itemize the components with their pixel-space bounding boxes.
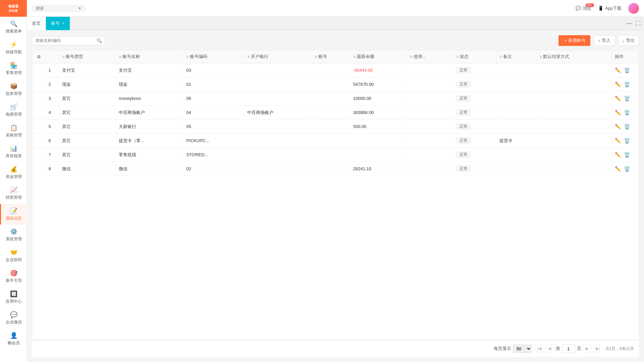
cell-bank bbox=[244, 77, 312, 92]
page-next-button[interactable]: ▶ bbox=[583, 344, 592, 353]
add-account-button[interactable]: + 新增账号 bbox=[558, 35, 590, 46]
sidebar-item-wechat[interactable]: 💬 企业微信 bbox=[0, 308, 27, 328]
tab-account[interactable]: 账号 ✕ bbox=[46, 17, 70, 30]
sidebar-item-appcenter[interactable]: 🔲 应用中心 bbox=[0, 287, 27, 308]
th-default-payment[interactable]: ⇅默认结算方式 bbox=[536, 50, 612, 63]
delete-button[interactable]: 🗑️ bbox=[624, 67, 630, 73]
th-name[interactable]: ⇅账号名称 bbox=[116, 50, 183, 63]
page-number-input[interactable] bbox=[562, 344, 575, 353]
cell-remark bbox=[497, 63, 537, 77]
edit-button[interactable]: ✏️ bbox=[615, 152, 621, 158]
sidebar-item-system-label: 系统管理 bbox=[6, 236, 22, 242]
cell-action: ✏️ 🗑️ bbox=[612, 63, 639, 77]
table-row: 6 其它 提货卡（零... PICKUPC... 正常 提货卡 ✏️ 🗑️ bbox=[32, 134, 639, 148]
sidebar-item-retail[interactable]: 🏪 零售管理 bbox=[0, 58, 27, 79]
edit-button[interactable]: ✏️ bbox=[615, 96, 621, 102]
sidebar-item-appcenter-label: 应用中心 bbox=[6, 299, 22, 304]
sidebar-item-agreement[interactable]: 🤝 企业协同 bbox=[0, 245, 27, 266]
inventory-icon: 📊 bbox=[10, 145, 17, 152]
cell-type: 其它 bbox=[59, 92, 116, 106]
app-download-button[interactable]: 📱 App下载 bbox=[598, 5, 622, 11]
wechat-icon: 💬 bbox=[10, 311, 17, 318]
tab-account-close[interactable]: ✕ bbox=[62, 21, 65, 25]
cell-type: 微信 bbox=[59, 162, 116, 176]
search-input[interactable] bbox=[36, 38, 95, 43]
sidebar-item-shortcut[interactable]: ⚡ 快捷导航 bbox=[0, 38, 27, 58]
delete-button[interactable]: 🗑️ bbox=[624, 152, 630, 158]
th-balance[interactable]: ⇅最新余额 bbox=[350, 50, 407, 63]
sidebar-item-guide[interactable]: 🎯 新手引导 bbox=[0, 266, 27, 287]
cell-balance: -90444.00 bbox=[350, 63, 407, 77]
cell-num: 7 bbox=[46, 148, 59, 162]
export-button[interactable]: ↓ 导出 bbox=[618, 35, 639, 46]
tab-expand-button[interactable]: ⛶ bbox=[635, 20, 641, 26]
th-type[interactable]: ⇅账号类型 bbox=[59, 50, 116, 63]
page-last-button[interactable]: ▶| bbox=[593, 344, 602, 353]
page-first-button[interactable]: |◀ bbox=[535, 344, 544, 353]
table-body: 1 支付宝 支付宝 03 -90444.00 正常 ✏️ 🗑️ 2 现金 现金 … bbox=[32, 63, 639, 176]
cell-num: 1 bbox=[46, 63, 59, 77]
retail-icon: 🏪 bbox=[10, 62, 17, 69]
th-status[interactable]: ⇅状态 bbox=[453, 50, 496, 63]
cell-default-payment bbox=[536, 77, 612, 92]
user-avatar[interactable] bbox=[628, 3, 639, 14]
app-logo: 畅捷通 好生意 bbox=[0, 0, 27, 17]
th-remark[interactable]: ⇅备注 bbox=[497, 50, 537, 63]
search-icon[interactable]: 🔍 bbox=[97, 38, 102, 43]
search-box[interactable]: 🔍 bbox=[32, 36, 106, 45]
th-code[interactable]: ⇅账号编码 bbox=[183, 50, 244, 63]
th-bank[interactable]: ⇅开户银行 bbox=[244, 50, 312, 63]
cell-bank bbox=[244, 120, 312, 134]
edit-button[interactable]: ✏️ bbox=[615, 81, 621, 87]
sidebar-item-finance-label: 资金管理 bbox=[6, 174, 22, 180]
header-search-input[interactable] bbox=[36, 6, 76, 11]
message-button[interactable]: 💬 消息 99+ bbox=[576, 5, 591, 11]
cell-default-payment bbox=[536, 148, 612, 162]
sidebar-item-system[interactable]: ⚙️ 系统管理 bbox=[0, 225, 27, 245]
cell-remark bbox=[497, 77, 537, 92]
sidebar-item-finance[interactable]: 💰 资金管理 bbox=[0, 162, 27, 183]
sidebar-item-purchase[interactable]: 📋 采购管理 bbox=[0, 121, 27, 141]
sidebar-item-ecommerce[interactable]: 🛒 电商管理 bbox=[0, 100, 27, 121]
th-gear[interactable]: ⚙ bbox=[32, 50, 46, 63]
import-button[interactable]: ↑ 导入 bbox=[594, 35, 615, 46]
cell-usage bbox=[407, 148, 453, 162]
cell-gear bbox=[32, 162, 46, 176]
sidebar-item-basic[interactable]: 📝 基础信息 bbox=[0, 204, 27, 225]
tab-minimize-button[interactable]: — bbox=[627, 20, 632, 26]
sidebar-item-inventory[interactable]: 📊 库存核算 bbox=[0, 141, 27, 162]
sidebar-item-search[interactable]: 🔍 搜索菜单 bbox=[0, 17, 27, 38]
guide-icon: 🎯 bbox=[10, 269, 17, 277]
delete-button[interactable]: 🗑️ bbox=[624, 96, 630, 102]
tab-account-label: 账号 bbox=[51, 20, 60, 26]
cell-status: 正常 bbox=[453, 92, 496, 106]
delete-button[interactable]: 🗑️ bbox=[624, 166, 630, 172]
header-left: ▼ bbox=[32, 5, 86, 12]
tab-home[interactable]: 首页 bbox=[27, 17, 46, 30]
edit-button[interactable]: ✏️ bbox=[615, 124, 621, 130]
cell-default-payment bbox=[536, 92, 612, 106]
table-row: 2 现金 现金 01 547670.00 正常 ✏️ 🗑️ bbox=[32, 77, 639, 92]
top-header: ▼ 💬 消息 99+ 📱 App下载 bbox=[27, 0, 644, 17]
delete-button[interactable]: 🗑️ bbox=[624, 124, 630, 130]
edit-button[interactable]: ✏️ bbox=[615, 67, 621, 73]
edit-button[interactable]: ✏️ bbox=[615, 110, 621, 116]
delete-button[interactable]: 🗑️ bbox=[624, 138, 630, 144]
cell-bank bbox=[244, 92, 312, 106]
page-size-select[interactable]: 50 100 200 bbox=[513, 345, 532, 353]
sidebar-item-operations[interactable]: 📈 经营管理 bbox=[0, 183, 27, 204]
edit-button[interactable]: ✏️ bbox=[615, 138, 621, 144]
sidebar-item-wholesale[interactable]: 📦 批发管理 bbox=[0, 79, 27, 100]
sidebar-item-member[interactable]: 👤 畅会员 bbox=[0, 328, 27, 349]
cell-account bbox=[312, 162, 350, 176]
delete-button[interactable]: 🗑️ bbox=[624, 81, 630, 87]
page-prev-button[interactable]: ◀ bbox=[545, 344, 554, 353]
header-search-box[interactable]: ▼ bbox=[32, 5, 86, 12]
edit-button[interactable]: ✏️ bbox=[615, 166, 621, 172]
th-account[interactable]: ⇅账号 bbox=[312, 50, 350, 63]
th-usage[interactable]: ⇅使用... bbox=[407, 50, 453, 63]
th-action: 操作 bbox=[612, 50, 639, 63]
cell-name: 零售抵现 bbox=[116, 148, 183, 162]
cell-num: 5 bbox=[46, 120, 59, 134]
delete-button[interactable]: 🗑️ bbox=[624, 110, 630, 116]
